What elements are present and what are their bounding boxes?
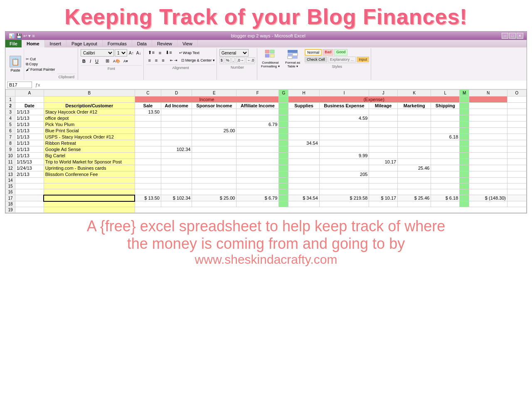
input-style-button[interactable]: Input <box>357 57 369 62</box>
cell-d14[interactable] <box>161 178 192 183</box>
cell-m9[interactable] <box>460 146 469 153</box>
cell-k13[interactable] <box>398 171 431 178</box>
cell-j11[interactable]: 10.17 <box>369 159 398 165</box>
cell-c14[interactable] <box>135 178 161 183</box>
window-controls[interactable]: ─ □ ✕ <box>502 33 523 39</box>
cell-e9[interactable] <box>192 146 236 153</box>
cell-b3[interactable]: Stacy Haycock Order #12 <box>44 109 135 115</box>
cell-m2[interactable] <box>460 103 469 109</box>
cell-g3[interactable] <box>279 109 288 115</box>
cell-c2[interactable]: Sale <box>135 103 161 109</box>
col-header-c[interactable]: C <box>135 90 161 97</box>
cell-e11[interactable] <box>192 159 236 165</box>
cell-n13[interactable] <box>469 171 507 178</box>
cell-o2[interactable] <box>507 103 526 109</box>
cell-o18[interactable] <box>507 201 526 207</box>
cell-l8[interactable] <box>431 140 460 146</box>
cell-c5[interactable] <box>135 121 161 128</box>
cell-j14[interactable] <box>369 178 398 183</box>
cell-k7[interactable] <box>398 134 431 140</box>
cell-m1[interactable] <box>460 97 469 103</box>
cell-h9[interactable] <box>288 146 320 153</box>
cell-b12[interactable]: Uprinting.com - Busines cards <box>44 165 135 171</box>
cell-j10[interactable] <box>369 153 398 159</box>
cell-b9[interactable]: Google Ad Sense <box>44 146 135 153</box>
cell-m15[interactable] <box>460 183 469 189</box>
cell-d2[interactable]: Ad Income <box>161 103 192 109</box>
cell-g1[interactable] <box>279 97 288 103</box>
cell-f13[interactable] <box>236 171 279 178</box>
align-right-button[interactable]: ≡ <box>160 57 166 64</box>
col-header-l[interactable]: L <box>431 90 460 97</box>
font-color-button[interactable]: A▾ <box>122 59 129 64</box>
font-face-select[interactable]: Calibri <box>81 49 114 57</box>
cell-k15[interactable] <box>398 183 431 189</box>
cell-c3[interactable]: 13.50 <box>135 109 161 115</box>
cell-a13[interactable]: 2/1/13 <box>15 171 44 178</box>
cell-i4[interactable]: 4.59 <box>319 115 369 121</box>
cell-e13[interactable] <box>192 171 236 178</box>
cell-o10[interactable] <box>507 153 526 159</box>
cell-i15[interactable] <box>319 183 369 189</box>
col-header-g[interactable]: G <box>279 90 288 97</box>
cell-d16[interactable] <box>161 189 192 195</box>
cell-j8[interactable] <box>369 140 398 146</box>
cell-c8[interactable] <box>135 140 161 146</box>
cell-a2[interactable]: Date <box>15 103 44 109</box>
cell-f18[interactable] <box>236 201 279 207</box>
cell-e5[interactable] <box>192 121 236 128</box>
cell-c17[interactable]: $ 13.50 <box>135 195 161 201</box>
cell-l13[interactable] <box>431 171 460 178</box>
currency-button[interactable]: $ <box>219 57 224 63</box>
cell-o3[interactable] <box>507 109 526 115</box>
cell-k4[interactable] <box>398 115 431 121</box>
cell-j9[interactable] <box>369 146 398 153</box>
cell-i8[interactable] <box>319 140 369 146</box>
cell-a1[interactable] <box>15 97 44 103</box>
align-bottom-button[interactable]: ⬇≡ <box>164 49 173 56</box>
decrease-decimal-button[interactable]: ←.0 <box>246 57 256 63</box>
close-button[interactable]: ✕ <box>517 33 523 39</box>
format-painter-button[interactable]: 🖌Format Painter <box>26 67 55 72</box>
cell-o12[interactable] <box>507 165 526 171</box>
cell-b10[interactable]: Big Cartel <box>44 153 135 159</box>
cell-b4[interactable]: office depot <box>44 115 135 121</box>
cell-i3[interactable] <box>319 109 369 115</box>
check-cell-style-button[interactable]: Check Cell <box>305 57 327 62</box>
cell-a18[interactable] <box>15 201 44 207</box>
tab-home[interactable]: Home <box>22 40 45 47</box>
col-header-o[interactable]: O <box>507 90 526 97</box>
paste-button[interactable]: 📋 Paste <box>7 48 24 80</box>
cell-i10[interactable]: 9.99 <box>319 153 369 159</box>
bold-button[interactable]: B <box>81 58 87 64</box>
cut-button[interactable]: ✂Cut <box>26 57 55 61</box>
cell-i14[interactable] <box>319 178 369 183</box>
cell-f14[interactable] <box>236 178 279 183</box>
cell-g18[interactable] <box>279 201 288 207</box>
italic-button[interactable]: I <box>88 58 93 64</box>
cell-m18[interactable] <box>460 201 469 207</box>
cell-e3[interactable] <box>192 109 236 115</box>
cell-g15[interactable] <box>279 183 288 189</box>
cell-f10[interactable] <box>236 153 279 159</box>
cell-n4[interactable] <box>469 115 507 121</box>
cell-m3[interactable] <box>460 109 469 115</box>
cell-k17[interactable]: $ 25.46 <box>398 195 431 201</box>
cell-d9[interactable]: 102.34 <box>161 146 192 153</box>
cell-l5[interactable] <box>431 121 460 128</box>
cell-c15[interactable] <box>135 183 161 189</box>
align-center-button[interactable]: ≡ <box>153 57 159 64</box>
conditional-formatting-button[interactable]: Conditional Formatting ▾ <box>260 49 281 68</box>
cell-j7[interactable] <box>369 134 398 140</box>
cell-e15[interactable] <box>192 183 236 189</box>
cell-o16[interactable] <box>507 189 526 195</box>
cell-h17[interactable]: $ 34.54 <box>288 195 320 201</box>
cell-h4[interactable] <box>288 115 320 121</box>
cell-n2[interactable] <box>469 103 507 109</box>
format-as-table-button[interactable]: Format as Table ▾ <box>282 49 303 68</box>
cell-g10[interactable] <box>279 153 288 159</box>
cell-k6[interactable] <box>398 128 431 134</box>
cell-h2[interactable]: Supplies <box>288 103 320 109</box>
cell-m5[interactable] <box>460 121 469 128</box>
cell-j18[interactable] <box>369 201 398 207</box>
